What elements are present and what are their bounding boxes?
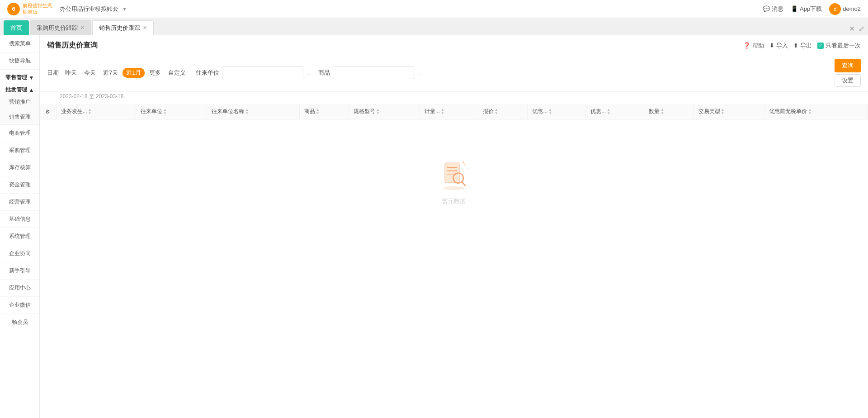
th-pre-tax[interactable]: 优惠前无税单价 ▲▼ (764, 104, 868, 119)
sort-arrows-quote: ▲▼ (495, 108, 498, 115)
svg-point-8 (467, 167, 468, 169)
date-opt-today[interactable]: 今天 (81, 68, 99, 78)
retail-mgmt-arrow-icon: ▼ (29, 75, 34, 81)
wholesale-mgmt-arrow-icon: ▲ (29, 87, 34, 93)
tab-bar: 首页 采购历史价跟踪 ✕ 销售历史价跟踪 ✕ ✕ ⤢ (0, 18, 868, 35)
th-trade-type[interactable]: 交易类型 ▲▼ (693, 104, 764, 119)
table-container: ⚙ 业务发生... ▲▼ 往来单位 ▲▼ (40, 104, 868, 418)
th-discount2[interactable]: 优惠... ▲▼ (586, 104, 644, 119)
quick-nav-label: 快捷导航 (9, 57, 31, 65)
sidebar-item-system-mgmt[interactable]: 系统管理 (0, 228, 39, 245)
logo-area: 6 前橙信好生意 标准版 (7, 3, 52, 15)
app-download-icon: 📱 (791, 5, 798, 12)
top-bar-right: 💬 消息 📱 App下载 d demo2 (763, 3, 861, 15)
tab-sales-label: 销售历史价跟踪 (99, 24, 140, 32)
sidebar-item-new-guide[interactable]: 新手引导 (0, 262, 39, 280)
logo-icon: 6 (7, 3, 20, 15)
product-dots-btn[interactable]: ... (417, 70, 422, 76)
sidebar: 搜索菜单 快捷导航 零售管理 ▼ 批发管理 ▲ 营销推广 销售管理 电商管理 采… (0, 35, 40, 418)
search-menu-label: 搜索菜单 (9, 40, 31, 48)
import-btn[interactable]: ⬇ 导入 (769, 42, 788, 50)
th-partner-code[interactable]: 往来单位 ▲▼ (136, 104, 207, 119)
tab-purchase[interactable]: 采购历史价跟踪 ✕ (30, 20, 91, 35)
sidebar-item-wholesale-mgmt[interactable]: 批发管理 ▲ (0, 82, 39, 95)
app-download-btn[interactable]: 📱 App下载 (791, 5, 822, 13)
wholesale-mgmt-label: 批发管理 (5, 86, 27, 94)
sidebar-item-quick-nav[interactable]: 快捷导航 (0, 52, 39, 70)
th-quote[interactable]: 报价 ▲▼ (478, 104, 527, 119)
tab-expand-icon[interactable]: ⤢ (859, 24, 864, 33)
filter-bar: 日期 昨天 今天 近7天 近1月 更多 自定义 往来单位 ... 商品 (40, 54, 868, 92)
sort-arrows-biz-date: ▲▼ (88, 108, 92, 115)
date-opt-yesterday[interactable]: 昨天 (62, 68, 80, 78)
app-title: 办公用品行业模拟账套 (60, 5, 118, 13)
export-btn[interactable]: ⬆ 导出 (793, 42, 812, 50)
sidebar-item-member[interactable]: 畅会员 (0, 314, 39, 331)
sidebar-item-purchase-mgmt[interactable]: 采购管理 (0, 142, 39, 159)
settings-button[interactable]: 设置 (835, 74, 861, 87)
sidebar-item-ops-mgmt[interactable]: 经营管理 (0, 194, 39, 211)
partner-input[interactable] (222, 66, 303, 79)
user-avatar-area[interactable]: d demo2 (829, 3, 861, 15)
date-options: 昨天 今天 近7天 近1月 更多 自定义 (62, 68, 189, 78)
sort-arrows-quantity: ▲▼ (660, 108, 664, 115)
sidebar-item-enterprise-wechat[interactable]: 企业微信 (0, 297, 39, 314)
th-biz-date[interactable]: 业务发生... ▲▼ (56, 104, 136, 119)
message-btn[interactable]: 💬 消息 (763, 5, 783, 13)
partner-filter-label: 往来单位 (196, 69, 219, 77)
sidebar-item-sales-mgmt[interactable]: 销售管理 (0, 109, 39, 124)
sidebar-item-enterprise-coop[interactable]: 企业协同 (0, 245, 39, 262)
sidebar-item-app-center[interactable]: 应用中心 (0, 280, 39, 297)
help-btn[interactable]: ❓ 帮助 (743, 42, 764, 50)
sidebar-item-marketing[interactable]: 营销推广 (0, 95, 39, 109)
th-partner-name[interactable]: 往来单位名称 ▲▼ (207, 104, 300, 119)
dropdown-arrow-icon[interactable]: ▼ (122, 6, 127, 12)
empty-state: 暂元数据 (40, 119, 868, 242)
sort-arrows-unit: ▲▼ (441, 108, 444, 115)
th-product[interactable]: 商品 ▲▼ (299, 104, 349, 119)
th-unit[interactable]: 计量... ▲▼ (420, 104, 478, 119)
svg-point-9 (462, 162, 464, 163)
date-range-display: 2023-02-18 至 2023-03-18 (60, 93, 123, 100)
query-button[interactable]: 查询 (835, 59, 861, 72)
th-spec[interactable]: 规格型号 ▲▼ (349, 104, 420, 119)
empty-text: 暂元数据 (442, 197, 466, 205)
sidebar-item-basic-info[interactable]: 基础信息 (0, 211, 39, 228)
date-opt-custom[interactable]: 自定义 (165, 68, 189, 78)
sidebar-item-search-menu[interactable]: 搜索菜单 (0, 35, 39, 52)
only-last-toggle[interactable]: ✓ 只看最后一次 (817, 42, 861, 50)
sort-arrows-partner-name: ▲▼ (245, 108, 249, 115)
partner-dots-btn[interactable]: ... (306, 70, 311, 76)
sort-arrows-discount2: ▲▼ (607, 108, 610, 115)
th-quantity[interactable]: 数量 ▲▼ (644, 104, 693, 119)
sort-arrows-discount1: ▲▼ (548, 108, 552, 115)
tab-home-label: 首页 (10, 24, 22, 32)
filter-date-range-row: 2023-02-18 至 2023-03-18 (40, 92, 868, 104)
tab-home[interactable]: 首页 (4, 20, 29, 35)
message-icon: 💬 (763, 5, 770, 12)
sidebar-item-finance[interactable]: 资金管理 (0, 176, 39, 194)
th-discount1[interactable]: 优惠... ▲▼ (528, 104, 586, 119)
filter-buttons: 查询 设置 (835, 59, 861, 87)
tab-close-all-icon[interactable]: ✕ (849, 24, 855, 33)
svg-line-6 (462, 182, 466, 185)
product-input[interactable] (333, 66, 414, 79)
tab-sales[interactable]: 销售历史价跟踪 ✕ (92, 20, 154, 35)
date-opt-last7[interactable]: 近7天 (100, 68, 121, 78)
sidebar-item-inventory[interactable]: 库存核算 (0, 159, 39, 176)
sidebar-item-retail-mgmt[interactable]: 零售管理 ▼ (0, 70, 39, 82)
table-header-row: ⚙ 业务发生... ▲▼ 往来单位 ▲▼ (40, 104, 868, 119)
tab-purchase-close-icon[interactable]: ✕ (80, 25, 85, 31)
retail-mgmt-label: 零售管理 (5, 74, 27, 81)
logo-text: 前橙信好生意 标准版 (23, 3, 52, 14)
sidebar-item-ecommerce-mgmt[interactable]: 电商管理 (0, 125, 39, 142)
main-layout: 搜索菜单 快捷导航 零售管理 ▼ 批发管理 ▲ 营销推广 销售管理 电商管理 采… (0, 35, 868, 418)
only-last-checkbox[interactable]: ✓ (817, 43, 824, 49)
data-table: ⚙ 业务发生... ▲▼ 往来单位 ▲▼ (40, 104, 868, 119)
avatar: d (829, 3, 841, 15)
gear-icon[interactable]: ⚙ (45, 109, 50, 115)
th-gear[interactable]: ⚙ (40, 104, 56, 119)
date-opt-more[interactable]: 更多 (146, 68, 164, 78)
date-opt-last1m[interactable]: 近1月 (123, 68, 145, 78)
tab-sales-close-icon[interactable]: ✕ (143, 25, 147, 31)
